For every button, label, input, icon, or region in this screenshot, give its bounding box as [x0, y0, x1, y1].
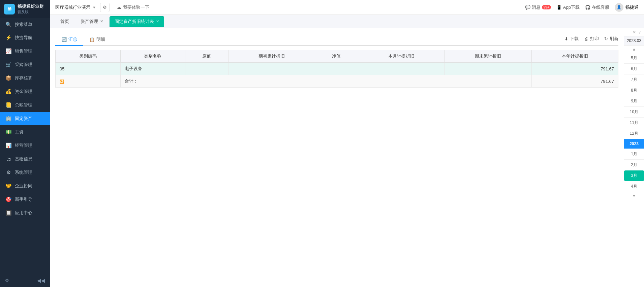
- sidebar-item-ledger[interactable]: 📒 总账管理: [0, 98, 50, 112]
- sidebar-item-fixed-assets[interactable]: 🏢 固定资产: [0, 112, 50, 125]
- collapse-icon[interactable]: ◀◀: [37, 278, 45, 284]
- tab-depreciation-report[interactable]: 固定资产折旧统计表 ✕: [110, 16, 164, 27]
- col-header-name: 类别名称: [120, 50, 185, 63]
- sidebar-item-label: 采购管理: [15, 62, 32, 68]
- col-header-net-value: 净值: [315, 50, 358, 63]
- date-panel-header: 2023.03: [624, 36, 644, 45]
- scroll-up-arrow[interactable]: ▲: [624, 45, 644, 53]
- sidebar-item-system[interactable]: ⚙ 系统管理: [0, 166, 50, 179]
- payroll-icon: 💵: [5, 129, 11, 135]
- date-month-item[interactable]: 1月: [624, 149, 644, 160]
- sidebar-item-label: 销售管理: [15, 48, 32, 54]
- sidebar-item-label: 固定资产: [15, 116, 32, 122]
- sidebar-scroll: 🔍 搜索菜单 ⚡ 快捷导航 📈 销售管理 🛒 采购管理 📦 库存核算 💰 资金管…: [0, 18, 50, 274]
- page-content: 🔄 汇总 📋 明细 ⬇ 下载 🖨 打印: [50, 28, 644, 287]
- settings-footer-icon[interactable]: ⚙: [5, 278, 9, 284]
- company-arrow-icon: ▼: [92, 5, 96, 9]
- inventory-icon: 📦: [5, 75, 11, 81]
- sidebar-item-finance[interactable]: 💰 资金管理: [0, 85, 50, 98]
- sub-tab-detail[interactable]: 📋 明细: [83, 34, 111, 46]
- total-label: 合计：: [120, 75, 531, 88]
- sidebar-footer: ⚙ ◀◀: [0, 274, 50, 287]
- date-month-item[interactable]: 2月: [624, 160, 644, 170]
- sidebar-item-payroll[interactable]: 💵 工资: [0, 125, 50, 139]
- message-label: 消息: [532, 4, 541, 10]
- tab-close-active-icon[interactable]: ✕: [156, 19, 159, 24]
- sidebar-item-label: 总账管理: [15, 102, 32, 108]
- user-menu[interactable]: 👤 畅捷通: [615, 3, 639, 12]
- company-selector[interactable]: 医疗器械行业演示 ▼: [55, 4, 96, 10]
- message-button[interactable]: 💬 消息 99+: [525, 4, 551, 10]
- sidebar-header: 畅 畅捷通好业财 普及版: [0, 0, 50, 18]
- sidebar-item-sales[interactable]: 📈 销售管理: [0, 44, 50, 58]
- sales-icon: 📈: [5, 48, 11, 54]
- sidebar-item-app-center[interactable]: 🔲 应用中心: [0, 206, 50, 220]
- download-button[interactable]: ⬇ 下载: [564, 36, 579, 42]
- guide-icon: 🎯: [5, 196, 11, 202]
- date-month-item[interactable]: 5月: [624, 53, 644, 64]
- date-month-item[interactable]: 7月: [624, 74, 644, 85]
- refresh-icon: ↻: [604, 36, 608, 41]
- online-service-button[interactable]: 🎧 在线客服: [585, 4, 609, 10]
- content-main: 🔄 汇总 📋 明细 ⬇ 下载 🖨 打印: [50, 28, 624, 287]
- col-header-annual-dep: 本年计提折旧: [531, 50, 618, 63]
- sidebar-search[interactable]: 🔍 搜索菜单: [0, 18, 50, 31]
- download-icon: 📱: [556, 5, 562, 10]
- tab-asset-management[interactable]: 资产管理 ✕: [75, 16, 108, 27]
- date-month-item[interactable]: 4月: [624, 181, 644, 192]
- sidebar-item-purchase[interactable]: 🛒 采购管理: [0, 58, 50, 71]
- date-month-item[interactable]: 8月: [624, 85, 644, 96]
- experience-button[interactable]: ☁ 我要体验一下: [114, 3, 153, 12]
- sidebar-title-block: 畅捷通好业财 普及版: [18, 3, 44, 14]
- expand-panel-icon[interactable]: ⤢: [638, 30, 642, 35]
- avatar-icon: 👤: [617, 5, 621, 9]
- main-area: 医疗器械行业演示 ▼ ⚙ ☁ 我要体验一下 💬 消息 99+ 📱 App下载 🎧…: [50, 0, 644, 287]
- sidebar-item-quick-nav[interactable]: ⚡ 快捷导航: [0, 31, 50, 44]
- sidebar-item-guide[interactable]: 🎯 新手引导: [0, 193, 50, 206]
- avatar: 👤: [615, 3, 623, 12]
- date-month-item[interactable]: 6月: [624, 64, 644, 74]
- date-month-item-selected[interactable]: 3月: [624, 170, 644, 181]
- online-service-label: 在线客服: [592, 4, 609, 10]
- date-month-item[interactable]: 9月: [624, 96, 644, 107]
- tab-bar: 首页 资产管理 ✕ 固定资产折旧统计表 ✕: [50, 15, 644, 28]
- table-row-total: 🔁 合计： 791.67: [56, 75, 618, 88]
- sidebar-item-operations[interactable]: 📊 经营管理: [0, 139, 50, 152]
- cell-annual-dep: 791.67: [531, 63, 618, 75]
- download-label: 下载: [570, 36, 579, 42]
- cell-closing-accum: [445, 63, 532, 75]
- print-button[interactable]: 🖨 打印: [584, 36, 599, 42]
- sub-tab-summary[interactable]: 🔄 汇总: [55, 34, 83, 46]
- app-edition: 普及版: [18, 9, 44, 14]
- service-icon: 🎧: [585, 5, 590, 10]
- sidebar-item-inventory[interactable]: 📦 库存核算: [0, 71, 50, 85]
- date-panel: ✕ ⤢ 2023.03 ▲ 5月 6月 7月 8月 9月 10月 11月 12月…: [624, 28, 644, 287]
- sidebar-item-label: 基础信息: [15, 156, 32, 162]
- tab-asset-management-label: 资产管理: [81, 19, 98, 25]
- tab-close-icon[interactable]: ✕: [100, 19, 103, 24]
- tab-home[interactable]: 首页: [55, 16, 74, 27]
- scroll-down-arrow[interactable]: ▼: [624, 192, 644, 199]
- settings-button[interactable]: ⚙: [100, 3, 110, 12]
- sidebar-item-cooperation[interactable]: 🤝 企业协同: [0, 179, 50, 193]
- date-year-label[interactable]: 2023: [624, 139, 644, 149]
- company-name: 医疗器械行业演示: [55, 4, 90, 10]
- depreciation-table: 类别编码 类别名称 原值 期初累计折旧 净值 本月计提折旧 期末累计折旧 本年计…: [55, 50, 618, 88]
- date-month-item[interactable]: 12月: [624, 128, 644, 139]
- sidebar-item-label: 经营管理: [15, 142, 32, 149]
- col-header-monthly-dep: 本月计提折旧: [358, 50, 445, 63]
- panel-top-controls: ✕ ⤢: [624, 28, 644, 36]
- refresh-button[interactable]: ↻ 刷新: [604, 36, 618, 42]
- sidebar-item-label: 快捷导航: [15, 35, 32, 41]
- topbar-right: 💬 消息 99+ 📱 App下载 🎧 在线客服 👤 畅捷通: [525, 3, 639, 12]
- gear-icon: ⚙: [103, 5, 107, 10]
- sidebar-item-label: 应用中心: [15, 210, 32, 216]
- close-panel-icon[interactable]: ✕: [633, 30, 636, 35]
- date-month-item[interactable]: 10月: [624, 107, 644, 118]
- sidebar-item-basic-info[interactable]: 🗂 基础信息: [0, 152, 50, 166]
- sidebar-item-label: 库存核算: [15, 75, 32, 81]
- date-month-item[interactable]: 11月: [624, 118, 644, 128]
- refresh-label: 刷新: [610, 36, 618, 42]
- sidebar: 畅 畅捷通好业财 普及版 🔍 搜索菜单 ⚡ 快捷导航 📈 销售管理 🛒 采购管理…: [0, 0, 50, 287]
- app-download-button[interactable]: 📱 App下载: [556, 4, 580, 10]
